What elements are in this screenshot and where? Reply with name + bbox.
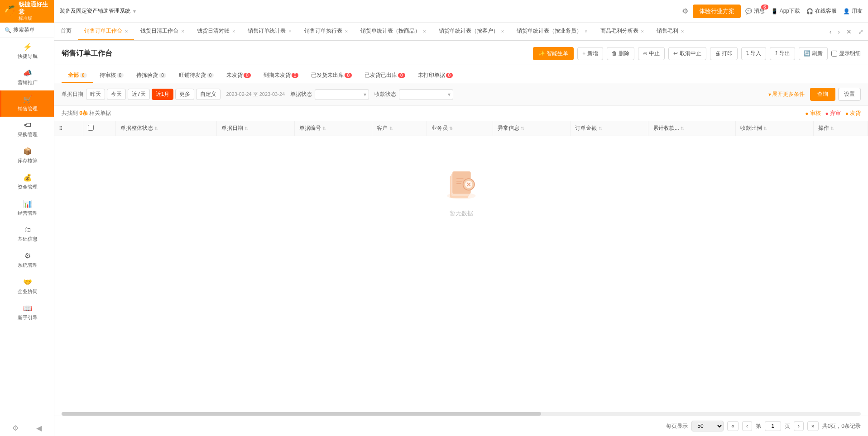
date-btn-today[interactable]: 今天 (107, 89, 126, 100)
refresh-button[interactable]: 🔄 刷新 (799, 47, 828, 60)
tab-close-sales-stats-staff[interactable]: × (585, 28, 587, 34)
select-all-checkbox[interactable] (88, 125, 94, 131)
horizontal-scrollbar[interactable] (62, 412, 861, 416)
show-detail-input[interactable] (831, 51, 837, 57)
tab-close-sales-stats-customer[interactable]: × (501, 28, 504, 34)
col-header-collected[interactable]: 累计收款... ⇅ (648, 121, 735, 136)
expand-filter-button[interactable]: ▾ 展开更多条件 (768, 90, 805, 98)
col-header-amount[interactable]: 订单金额 ⇅ (571, 121, 648, 136)
stop-button[interactable]: ⊙ 中止 (638, 47, 665, 60)
col-header-number[interactable]: 单据编号 ⇅ (294, 121, 372, 136)
col-header-status[interactable]: 单据整体状态 ⇅ (116, 121, 217, 136)
settings-icon[interactable]: ⚙ (12, 424, 19, 432)
base-icon: 🗂 (24, 226, 31, 234)
subtab-wangpu-pending[interactable]: 旺铺待发货0 (173, 69, 221, 83)
tab-prev-icon[interactable]: ‹ (827, 26, 834, 37)
sidebar-item-quick-nav[interactable]: ⚡ 快捷导航 (0, 38, 54, 64)
tab-product-margin[interactable]: 商品毛利分析表× (594, 23, 650, 40)
tab-close-sales-order-exec[interactable]: × (345, 28, 348, 34)
page-first-button[interactable]: « (727, 421, 739, 431)
user-item[interactable]: 👤 用友 (843, 7, 863, 15)
per-page-select[interactable]: 50 100 (691, 421, 724, 431)
col-header-customer[interactable]: 客户 ⇅ (372, 121, 427, 136)
sidebar-item-finance[interactable]: 💰 资金管理 (0, 169, 54, 195)
status-select[interactable] (315, 89, 369, 100)
tab-close-all-icon[interactable]: ✕ (844, 26, 854, 37)
batch-cancel-review-button[interactable]: ● 弃审 (825, 109, 841, 117)
subtab-shipped-out[interactable]: 已发货已出库0 (358, 69, 412, 83)
tab-close-sales-profit[interactable]: × (681, 28, 684, 34)
tab-sales-order-stats[interactable]: 销售订单统计表× (241, 23, 297, 40)
topbar-settings-icon[interactable]: ⚙ (682, 7, 688, 15)
tab-next-icon[interactable]: › (835, 26, 843, 37)
sidebar-item-corp[interactable]: 🤝 企业协同 (0, 273, 54, 299)
new-button[interactable]: + 新增 (577, 47, 603, 60)
page-next-button[interactable]: › (794, 421, 804, 431)
cta-button[interactable]: 体验行业方案 (693, 5, 741, 18)
col-header-ratio[interactable]: 收款比例 ⇅ (735, 121, 813, 136)
cancel-stop-button[interactable]: ↩ 取消中止 (668, 47, 706, 60)
app-download-item[interactable]: 📱 App下载 (771, 7, 800, 15)
collapse-icon[interactable]: ◀ (36, 424, 42, 432)
tab-sales-stats-product[interactable]: 销货单统计表（按商品）× (354, 23, 432, 40)
tab-close-sales-order-stats[interactable]: × (288, 28, 291, 34)
tab-sales-order-exec[interactable]: 销售订单执行表× (298, 23, 354, 40)
scrollbar-thumb[interactable] (62, 412, 541, 416)
date-btn-custom[interactable]: 自定义 (196, 89, 221, 100)
col-header-action[interactable]: 操作 ⇅ (813, 121, 868, 136)
tab-sales-stats-staff[interactable]: 销货单统计表（按业务员）× (510, 23, 594, 40)
sidebar-item-operations[interactable]: 📊 经营管理 (0, 195, 54, 221)
subtab-not-shipped[interactable]: 未发货0 (220, 69, 257, 83)
subtab-all[interactable]: 全部0 (62, 69, 93, 83)
sidebar-item-guide[interactable]: 📖 新手引导 (0, 299, 54, 326)
tab-cash-reconcile[interactable]: 钱货日清对账× (191, 23, 241, 40)
service-item[interactable]: 🎧 在线客服 (806, 7, 837, 15)
sidebar-search[interactable]: 🔍 搜索菜单 (0, 23, 54, 38)
page-last-button[interactable]: » (807, 421, 819, 431)
export-button[interactable]: ⤴ 导出 (770, 47, 795, 60)
batch-ship-button[interactable]: ● 发货 (845, 109, 861, 117)
col-header-date[interactable]: 单据日期 ⇅ (217, 121, 295, 136)
col-header-exception[interactable]: 异常信息 ⇅ (493, 121, 571, 136)
query-button[interactable]: 查询 (810, 88, 835, 101)
import-button[interactable]: ⤵ 导入 (741, 47, 766, 60)
tab-sales-stats-customer[interactable]: 销货单统计表（按客户）× (432, 23, 510, 40)
sidebar-item-purchase[interactable]: 🏷 采购管理 (0, 117, 54, 142)
date-btn-last1m[interactable]: 近1月 (152, 89, 174, 100)
subtab-not-printed[interactable]: 未打印单据0 (412, 69, 460, 83)
subtab-pending-review[interactable]: 待审核0 (93, 69, 130, 83)
sidebar-item-sales[interactable]: 🛒 销售管理 (0, 90, 54, 117)
tab-cashier-daily[interactable]: 钱货日清工作台× (134, 23, 190, 40)
sidebar-item-marketing[interactable]: 📣 营销推广 (0, 64, 54, 90)
smart-create-button[interactable]: ✨ 智能生单 (533, 47, 574, 60)
subtab-pending-inspect[interactable]: 待拣验货0 (130, 69, 173, 83)
subtab-overdue-not-shipped[interactable]: 到期未发货0 (257, 69, 305, 83)
delete-button[interactable]: 🗑 删除 (607, 47, 634, 60)
date-btn-yesterday[interactable]: 昨天 (86, 89, 105, 100)
tab-close-sales-stats-product[interactable]: × (423, 28, 426, 34)
date-btn-last7[interactable]: 近7天 (128, 89, 150, 100)
sidebar-item-inventory[interactable]: 📦 库存核算 (0, 142, 54, 169)
print-button[interactable]: 🖨 打印 (710, 47, 738, 60)
tab-close-cashier-daily[interactable]: × (181, 28, 184, 34)
tab-close-sales-workbench[interactable]: × (125, 28, 128, 34)
tab-close-product-margin[interactable]: × (641, 28, 644, 34)
page-prev-button[interactable]: ‹ (742, 421, 752, 431)
tab-home[interactable]: 首页 (54, 23, 78, 40)
tab-sales-workbench[interactable]: 销售订单工作台× (78, 23, 134, 40)
show-detail-checkbox[interactable]: 显示明细 (831, 50, 861, 57)
payment-select[interactable] (399, 89, 453, 100)
batch-review-button[interactable]: ● 审核 (805, 109, 820, 117)
sidebar-item-base[interactable]: 🗂 基础信息 (0, 221, 54, 247)
subtab-shipped-not-out[interactable]: 已发货未出库0 (305, 69, 358, 83)
tab-close-cash-reconcile[interactable]: × (232, 28, 235, 34)
date-btn-more[interactable]: 更多 (175, 89, 194, 100)
tab-sales-profit[interactable]: 销售毛利× (650, 23, 690, 40)
page-input[interactable] (765, 421, 781, 431)
set-button[interactable]: 设置 (838, 88, 861, 101)
messages-item[interactable]: 💬 消息 6 (745, 7, 765, 15)
sidebar-item-system[interactable]: ⚙ 系统管理 (0, 247, 54, 273)
tab-maximize-icon[interactable]: ⤢ (855, 26, 866, 37)
content-header: 销售订单工作台 ✨ 智能生单 + 新增 🗑 删除 ⊙ 中止 ↩ 取消中止 🖨 打… (54, 41, 868, 65)
col-header-staff[interactable]: 业务员 ⇅ (427, 121, 493, 136)
